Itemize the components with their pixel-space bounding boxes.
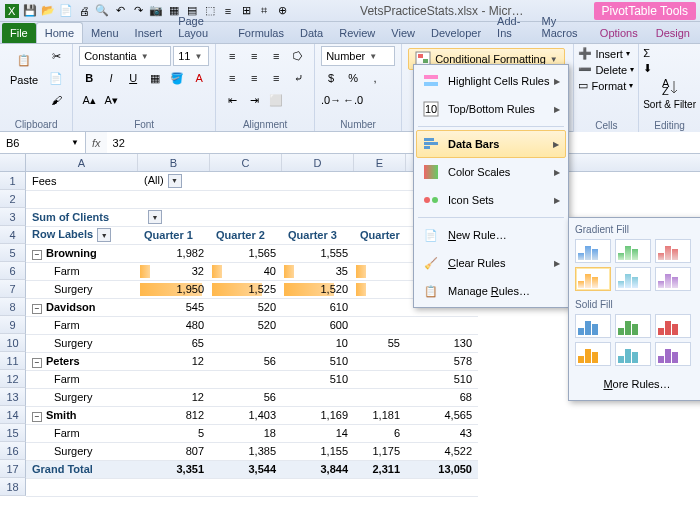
tab-data[interactable]: Data (292, 23, 331, 43)
databar-gradient-lightblue[interactable] (615, 267, 651, 291)
column-filter[interactable]: ▼ (148, 210, 162, 224)
tab-home[interactable]: Home (36, 22, 83, 43)
tab-page-layout[interactable]: Page Layou (170, 11, 230, 43)
font-size-combo[interactable]: 11▼ (173, 46, 209, 66)
name-box[interactable]: B6▼ (0, 132, 86, 153)
align-left-icon[interactable]: ≡ (222, 68, 242, 88)
databar-solid-purple[interactable] (655, 342, 691, 366)
row-14[interactable]: 14 (0, 406, 26, 424)
redo-icon[interactable]: ↷ (130, 3, 146, 19)
align-bottom-icon[interactable]: ≡ (266, 46, 286, 66)
collapse-icon[interactable]: − (32, 412, 42, 422)
row-11[interactable]: 11 (0, 352, 26, 370)
databar-gradient-blue[interactable] (575, 239, 611, 263)
cf-color-scales[interactable]: Color Scales ▶ (416, 158, 566, 186)
row-15[interactable]: 15 (0, 424, 26, 442)
row-2[interactable]: 2 (0, 190, 26, 208)
row-13[interactable]: 13 (0, 388, 26, 406)
col-A[interactable]: A (26, 154, 138, 171)
cf-data-bars[interactable]: Data Bars ▶ (416, 130, 566, 158)
row-9[interactable]: 9 (0, 316, 26, 334)
wrap-text-icon[interactable]: ⤶ (288, 68, 308, 88)
decrease-indent-icon[interactable]: ⇤ (222, 90, 242, 110)
collapse-icon[interactable]: − (32, 358, 42, 368)
databar-gradient-orange[interactable] (575, 267, 611, 291)
row-6[interactable]: 6 (0, 262, 26, 280)
fill-color-button[interactable]: 🪣 (167, 68, 187, 88)
row-16[interactable]: 16 (0, 442, 26, 460)
align-right-icon[interactable]: ≡ (266, 68, 286, 88)
align-top-icon[interactable]: ≡ (222, 46, 242, 66)
border-button[interactable]: ▦ (145, 68, 165, 88)
format-button[interactable]: ▭Format▾ (578, 78, 634, 93)
new-icon[interactable]: 📄 (58, 3, 74, 19)
increase-decimal-icon[interactable]: .0→ (321, 90, 341, 110)
col-B[interactable]: B (138, 154, 210, 171)
row-4[interactable]: 4 (0, 226, 26, 244)
tab-review[interactable]: Review (331, 23, 383, 43)
more-icon[interactable]: ⊕ (274, 3, 290, 19)
row-filter[interactable]: ▼ (97, 228, 111, 242)
merge-icon[interactable]: ⬜ (266, 90, 286, 110)
tab-developer[interactable]: Developer (423, 23, 489, 43)
row-7[interactable]: 7 (0, 280, 26, 298)
camera-icon[interactable]: 📷 (148, 3, 164, 19)
cf-top-bottom[interactable]: 10 Top/Bottom Rules ▶ (416, 95, 566, 123)
number-format-combo[interactable]: Number▼ (321, 46, 395, 66)
comma-icon[interactable]: , (365, 68, 385, 88)
row-18[interactable]: 18 (0, 478, 26, 496)
save-icon[interactable]: 💾 (22, 3, 38, 19)
row-3[interactable]: 3 (0, 208, 26, 226)
databar-gradient-purple[interactable] (655, 267, 691, 291)
tab-addins[interactable]: Add-Ins (489, 11, 533, 43)
cf-manage-rules[interactable]: 📋 Manage Rules… (416, 277, 566, 305)
row-5[interactable]: 5 (0, 244, 26, 262)
undo-icon[interactable]: ↶ (112, 3, 128, 19)
tab-file[interactable]: File (2, 23, 36, 43)
databar-solid-lightblue[interactable] (615, 342, 651, 366)
row-10[interactable]: 10 (0, 334, 26, 352)
insert-button[interactable]: ➕Insert▾ (578, 46, 634, 61)
print-icon[interactable]: 🖨 (76, 3, 92, 19)
databar-solid-red[interactable] (655, 314, 691, 338)
databar-gradient-green[interactable] (615, 239, 651, 263)
currency-icon[interactable]: $ (321, 68, 341, 88)
tab-formulas[interactable]: Formulas (230, 23, 292, 43)
row-1[interactable]: 1 (0, 172, 26, 190)
col-C[interactable]: C (210, 154, 282, 171)
row-17[interactable]: 17 (0, 460, 26, 478)
align-center-icon[interactable]: ≡ (244, 68, 264, 88)
paste-button[interactable]: 📋 Paste (6, 46, 42, 88)
col-E[interactable]: E (354, 154, 406, 171)
tab-menu[interactable]: Menu (83, 23, 127, 43)
delete-button[interactable]: ➖Delete▾ (578, 62, 634, 77)
snap-icon[interactable]: ⌗ (256, 3, 272, 19)
cf-clear-rules[interactable]: 🧹 Clear Rules ▶ (416, 249, 566, 277)
sort-filter-button[interactable]: AZ Sort & Filter (643, 77, 696, 110)
bold-button[interactable]: B (79, 68, 99, 88)
col-D[interactable]: D (282, 154, 354, 171)
decrease-font-icon[interactable]: A▾ (101, 90, 121, 110)
pivot-table[interactable]: Fees(All)▼ Sum of Clients▼ Row Labels▼Qu… (26, 172, 478, 497)
preview-icon[interactable]: 🔍 (94, 3, 110, 19)
tab-view[interactable]: View (383, 23, 423, 43)
databar-solid-green[interactable] (615, 314, 651, 338)
cf-new-rule[interactable]: 📄 New Rule… (416, 221, 566, 249)
collapse-icon[interactable]: − (32, 304, 42, 314)
format-painter-icon[interactable]: 🖌 (46, 90, 66, 110)
databar-gradient-red[interactable] (655, 239, 691, 263)
select-all-corner[interactable] (0, 154, 26, 171)
decrease-decimal-icon[interactable]: ←.0 (343, 90, 363, 110)
row-12[interactable]: 12 (0, 370, 26, 388)
cut-icon[interactable]: ✂ (46, 46, 66, 66)
copy-icon[interactable]: 📄 (46, 68, 66, 88)
italic-button[interactable]: I (101, 68, 121, 88)
filter-dropdown[interactable]: ▼ (168, 174, 182, 188)
tab-insert[interactable]: Insert (127, 23, 171, 43)
row-8[interactable]: 8 (0, 298, 26, 316)
group-icon[interactable]: ⊞ (238, 3, 254, 19)
tab-options[interactable]: Options (592, 23, 646, 43)
databar-solid-orange[interactable] (575, 342, 611, 366)
increase-indent-icon[interactable]: ⇥ (244, 90, 264, 110)
cf-highlight-cells[interactable]: Highlight Cells Rules ▶ (416, 67, 566, 95)
